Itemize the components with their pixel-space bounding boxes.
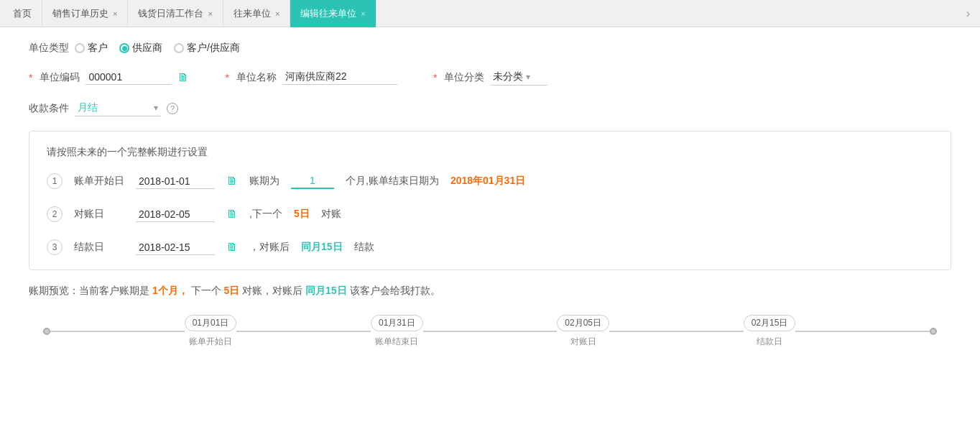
timeline-point-1: 01月01日 账单开始日 (185, 315, 237, 348)
step3-cal-icon[interactable]: 🗎 (226, 241, 238, 254)
radio-supplier-label: 供应商 (132, 42, 162, 55)
step1-period-input[interactable] (291, 173, 334, 189)
tab-edit-counterparty-close[interactable]: × (361, 9, 365, 18)
timeline-point-4: 02月15日 结款日 (744, 315, 796, 348)
radio-customer-label: 客户 (88, 42, 108, 55)
tab-counterparty-label: 往来单位 (234, 7, 271, 20)
step2-date-input[interactable] (136, 207, 215, 222)
step3-label: 结款日 (74, 241, 124, 254)
tab-home[interactable]: 首页 (3, 0, 42, 27)
step1-end-date: 2018年01月31日 (450, 175, 525, 188)
unit-code-star: * (29, 72, 32, 83)
preview-mid2: 对账，对账后 (242, 285, 302, 296)
payment-label: 收款条件 (29, 102, 69, 115)
unit-code-label: 单位编码 (40, 71, 80, 84)
radio-customer-circle (75, 43, 85, 53)
tab-more-arrow[interactable]: › (959, 7, 977, 20)
payment-select[interactable]: 月结 ▾ (75, 100, 161, 116)
preview-mid: 下一个 (191, 285, 221, 296)
timeline-label-1: 账单开始日 (189, 336, 232, 348)
step3-date-input[interactable] (136, 240, 215, 255)
unit-code-field: * 单位编码 🗎 (29, 70, 189, 85)
step3-desc-before: ，对账后 (249, 241, 290, 254)
tab-sales-history-close[interactable]: × (113, 9, 117, 18)
unit-info-row: * 单位编码 🗎 * 单位名称 * 单位分类 未分类 ▾ (29, 69, 951, 86)
tab-cash-ledger[interactable]: 钱货日清工作台 × (128, 0, 223, 27)
preview-suffix: 该客户会给我打款。 (350, 285, 440, 296)
payment-value: 月结 (78, 101, 151, 114)
unit-category-label: 单位分类 (444, 71, 484, 84)
step1-num: 1 (47, 173, 63, 189)
tab-cash-ledger-label: 钱货日清工作台 (138, 7, 203, 20)
timeline-badge-1: 01月01日 (185, 315, 237, 331)
unit-type-radio-group: 客户 供应商 客户/供应商 (75, 42, 240, 55)
preview-text: 账期预览：当前客户账期是 1个月， 下一个 5日 对账，对账后 同月15日 该客… (29, 285, 951, 298)
payment-help-icon[interactable]: ? (167, 103, 178, 114)
timeline-start-dot (43, 328, 50, 335)
timeline-badge-2: 01月31日 (371, 315, 423, 331)
unit-category-select[interactable]: 未分类 ▾ (490, 69, 547, 86)
step3-row: 3 结款日 🗎 ，对账后 同月15日 结款 (47, 239, 933, 255)
radio-both-circle (174, 43, 184, 53)
radio-supplier[interactable]: 供应商 (119, 42, 162, 55)
unit-code-icon[interactable]: 🗎 (177, 71, 189, 84)
step1-period-label: 账期为 (249, 175, 279, 188)
timeline-line-5 (795, 331, 930, 332)
tab-home-label: 首页 (13, 7, 32, 20)
timeline-badge-3: 02月05日 (557, 315, 609, 331)
timeline-label-3: 对账日 (570, 336, 596, 348)
step2-label: 对账日 (74, 208, 124, 221)
step1-row: 1 账单开始日 🗎 账期为 个月,账单结束日期为 2018年01月31日 (47, 173, 933, 189)
tab-bar: 首页 销售订单历史 × 钱货日清工作台 × 往来单位 × 编辑往来单位 × › (0, 0, 980, 27)
tab-counterparty-close[interactable]: × (275, 9, 279, 18)
radio-customer[interactable]: 客户 (75, 42, 108, 55)
step2-desc-after: 对账 (321, 208, 341, 221)
timeline-point-2: 01月31日 账单结束日 (371, 315, 423, 348)
unit-category-star: * (433, 72, 437, 83)
timeline-line-3 (423, 331, 558, 332)
tab-sales-history[interactable]: 销售订单历史 × (42, 0, 128, 27)
step3-desc-after: 结款 (354, 241, 374, 254)
payment-arrow: ▾ (154, 103, 158, 113)
timeline-line-1 (50, 331, 185, 332)
timeline-label-2: 账单结束日 (375, 336, 418, 348)
step2-num: 2 (47, 206, 63, 222)
timeline: 01月01日 账单开始日 01月31日 账单结束日 02月05日 对账日 02月… (29, 315, 951, 348)
unit-category-field: * 单位分类 未分类 ▾ (433, 69, 547, 86)
section-title: 请按照未来的一个完整帐期进行设置 (47, 146, 933, 159)
unit-name-field: * 单位名称 (225, 70, 397, 85)
tab-sales-history-label: 销售订单历史 (52, 7, 108, 20)
period-section: 请按照未来的一个完整帐期进行设置 1 账单开始日 🗎 账期为 个月,账单结束日期… (29, 131, 951, 270)
timeline-end-dot (930, 328, 937, 335)
timeline-badge-4: 02月15日 (744, 315, 796, 331)
timeline-label-4: 结款日 (757, 336, 782, 348)
step1-label: 账单开始日 (74, 175, 124, 188)
timeline-line-2 (236, 331, 371, 332)
unit-category-value: 未分类 (493, 70, 523, 83)
step2-highlight: 5日 (294, 208, 310, 221)
step1-date-input[interactable] (136, 174, 215, 189)
step2-cal-icon[interactable]: 🗎 (226, 208, 238, 221)
step1-cal-icon[interactable]: 🗎 (226, 175, 238, 188)
unit-category-arrow: ▾ (526, 72, 530, 82)
payment-row: 收款条件 月结 ▾ ? (29, 100, 951, 116)
payment-field: 收款条件 月结 ▾ ? (29, 100, 178, 116)
preview-period: 1个月， (152, 285, 188, 296)
timeline-line-4 (609, 331, 744, 332)
tab-counterparty[interactable]: 往来单位 × (223, 0, 290, 27)
unit-name-input[interactable] (282, 70, 397, 85)
radio-both[interactable]: 客户/供应商 (174, 42, 240, 55)
step3-num: 3 (47, 239, 63, 255)
step3-highlight: 同月15日 (301, 241, 343, 254)
timeline-point-3: 02月05日 对账日 (557, 315, 609, 348)
step1-period-unit: 个月,账单结束日期为 (346, 175, 439, 188)
tab-cash-ledger-close[interactable]: × (208, 9, 212, 18)
unit-name-label: 单位名称 (236, 71, 277, 84)
radio-supplier-circle (119, 43, 129, 53)
radio-both-label: 客户/供应商 (187, 42, 240, 55)
preview-payment: 同月15日 (305, 285, 347, 296)
preview-reconcile: 5日 (223, 285, 239, 296)
tab-edit-counterparty[interactable]: 编辑往来单位 × (290, 0, 376, 27)
unit-type-field: 单位类型 客户 供应商 客户/供应商 (29, 42, 240, 55)
unit-code-input[interactable] (85, 70, 172, 85)
